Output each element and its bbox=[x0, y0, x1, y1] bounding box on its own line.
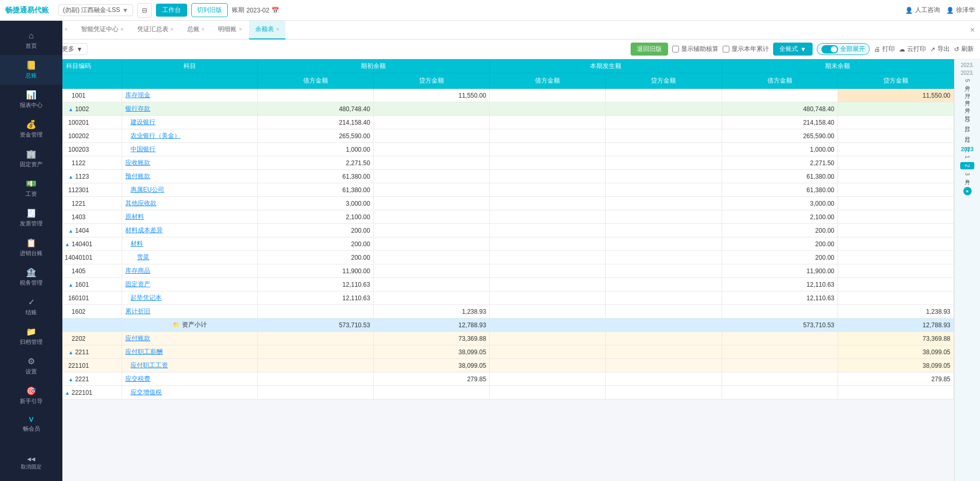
eb-debit-cell: 573,710.53 bbox=[722, 318, 838, 332]
table-row: 18📁 资产小计573,710.5312,788.93573,710.5312,… bbox=[1, 318, 954, 332]
switch-version-button[interactable]: 切到旧版 bbox=[191, 3, 228, 17]
subject-name[interactable]: 银行存款 bbox=[122, 102, 257, 116]
tab-detail-ledger[interactable]: 明细账 × bbox=[212, 21, 248, 39]
subject-name[interactable]: 建设银行 bbox=[122, 116, 257, 129]
subject-name[interactable]: 累计折旧 bbox=[122, 305, 257, 318]
show-aux-checkbox[interactable] bbox=[672, 46, 679, 52]
right-panel-dot[interactable]: ● bbox=[963, 187, 972, 195]
month-feb-active[interactable]: 2月 bbox=[960, 162, 974, 169]
ob-debit-cell bbox=[257, 332, 373, 345]
sidebar-item-assets[interactable]: 🏢 固定资产 bbox=[0, 144, 62, 173]
sidebar-item-settle[interactable]: ✓ 结账 bbox=[0, 292, 62, 322]
sidebar-item-member[interactable]: V 畅会员 bbox=[0, 410, 62, 438]
tab-smart-voucher[interactable]: 智能凭证中心 × bbox=[75, 21, 130, 39]
workbench-button[interactable]: 工作台 bbox=[156, 4, 187, 17]
month-oct[interactable]: 10月 bbox=[963, 114, 971, 124]
sidebar-item-archive[interactable]: 📁 归档管理 bbox=[0, 322, 62, 351]
subject-name[interactable]: 固定资产 bbox=[122, 278, 257, 291]
sidebar-item-guide[interactable]: 🎯 新手引导 bbox=[0, 381, 62, 410]
subject-name[interactable]: 其他应收款 bbox=[122, 197, 257, 210]
subject-name[interactable]: 预付账款 bbox=[122, 170, 257, 183]
subject-name[interactable]: 应收账款 bbox=[122, 156, 257, 170]
full-mode-button[interactable]: 全账式 ▼ bbox=[773, 43, 813, 56]
curr-credit-cell bbox=[606, 318, 722, 332]
tab-balance-sheet[interactable]: 余额表 × bbox=[249, 21, 285, 39]
month-jun[interactable]: 6月 bbox=[963, 84, 971, 91]
sidebar-item-ledger[interactable]: 📒 总账 bbox=[0, 55, 62, 85]
refresh-button[interactable]: ↺ 刷新 bbox=[954, 45, 974, 54]
sidebar-label-ledger: 总账 bbox=[25, 72, 37, 79]
table-row: 5100203中国银行1,000.001,000.00 bbox=[1, 143, 954, 156]
tab-bar-end: × bbox=[970, 25, 975, 35]
print-button[interactable]: 🖨 打印 bbox=[874, 45, 895, 54]
sidebar-item-tax[interactable]: 🏦 税务管理 bbox=[0, 262, 62, 292]
tab-ledger-close[interactable]: × bbox=[202, 26, 205, 32]
month-sep[interactable]: 9月 bbox=[963, 106, 971, 114]
consult-area[interactable]: 👤 人工咨询 bbox=[905, 6, 940, 15]
tab-balance-sheet-close[interactable]: × bbox=[276, 26, 279, 32]
sidebar-item-home[interactable]: ⌂ 首页 bbox=[0, 26, 62, 55]
subject-name[interactable]: 库存商品 bbox=[122, 264, 257, 278]
calendar-icon[interactable]: 📅 bbox=[271, 7, 279, 14]
unpin-button[interactable]: ◀◀ 取消固定 bbox=[0, 451, 62, 476]
subject-name[interactable]: 应交税费 bbox=[122, 372, 257, 386]
show-annual-checkbox-group[interactable]: 显示本年累计 bbox=[723, 45, 769, 54]
show-aux-checkbox-group[interactable]: 显示辅助核算 bbox=[672, 45, 718, 54]
subject-name[interactable]: 惠属EU公司 bbox=[122, 183, 257, 197]
month-mar[interactable]: 3月 bbox=[963, 170, 971, 178]
purchase-icon: 📋 bbox=[26, 238, 36, 248]
tab-ledger[interactable]: 总账 × bbox=[181, 21, 211, 39]
curr-debit-cell bbox=[490, 278, 606, 291]
month-jan[interactable]: 1月 bbox=[963, 153, 971, 161]
close-all-tabs-button[interactable]: × bbox=[970, 25, 975, 35]
subject-name[interactable]: 应付职工薪酬 bbox=[122, 345, 257, 359]
tab-new-voucher-close[interactable]: × bbox=[64, 26, 68, 32]
page-content: 全部 ▶ 展开更多 ▼ 退回旧版 显示辅助核算 显示本年累计 bbox=[0, 39, 980, 481]
copy-icon[interactable]: ⊟ bbox=[137, 3, 152, 18]
tab-detail-ledger-close[interactable]: × bbox=[239, 26, 242, 32]
cloud-print-button[interactable]: ☁ 云打印 bbox=[899, 45, 926, 54]
guide-icon: 🎯 bbox=[26, 386, 36, 396]
show-annual-checkbox[interactable] bbox=[723, 46, 729, 52]
month-may[interactable]: 5月 bbox=[963, 77, 971, 84]
export-button[interactable]: ↗ 导出 bbox=[930, 45, 950, 54]
user-area[interactable]: 👤 徐泽华 bbox=[946, 6, 975, 15]
month-apr[interactable]: 4月 bbox=[963, 178, 971, 185]
month-nov[interactable]: 11月 bbox=[963, 124, 971, 135]
curr-credit-cell bbox=[606, 129, 722, 143]
full-mode-dropdown-icon: ▼ bbox=[800, 46, 806, 53]
sidebar-item-report[interactable]: 📊 报表中心 bbox=[0, 85, 62, 114]
month-dec[interactable]: 12月 bbox=[963, 135, 971, 145]
tab-voucher-summary-close[interactable]: × bbox=[171, 26, 174, 32]
report-icon: 📊 bbox=[26, 90, 36, 100]
subject-name[interactable]: 库存现金 bbox=[122, 89, 257, 102]
month-aug[interactable]: 8月 bbox=[963, 99, 971, 106]
sidebar-label-purchase: 进销台账 bbox=[20, 249, 43, 257]
subject-name[interactable]: 原材料 bbox=[122, 210, 257, 224]
sidebar-item-salary[interactable]: 💵 工资 bbox=[0, 173, 62, 203]
month-jul[interactable]: 7月 bbox=[963, 91, 971, 99]
subject-name[interactable]: 材料 bbox=[122, 237, 257, 251]
subject-name[interactable]: 农业银行（美金） bbox=[122, 129, 257, 143]
subject-name[interactable]: 应付账款 bbox=[122, 332, 257, 345]
sidebar-item-purchase[interactable]: 📋 进销台账 bbox=[0, 233, 62, 262]
sidebar-item-capital[interactable]: 💰 资金管理 bbox=[0, 114, 62, 144]
unpin-icon: ◀◀ bbox=[27, 456, 35, 462]
sidebar-item-settings[interactable]: ⚙ 设置 bbox=[0, 351, 62, 381]
tab-voucher-summary[interactable]: 凭证汇总表 × bbox=[131, 21, 180, 39]
subject-name[interactable]: 应交增值税 bbox=[122, 386, 257, 399]
company-selector[interactable]: (勿副) 江西融金-LSS ▼ bbox=[58, 4, 133, 16]
back-old-version-button[interactable]: 退回旧版 bbox=[631, 43, 668, 56]
subject-name[interactable]: 起垫凭记本 bbox=[122, 291, 257, 305]
tab-smart-voucher-close[interactable]: × bbox=[121, 26, 124, 32]
expand-all-toggle[interactable]: 全部展开 bbox=[817, 43, 870, 55]
eb-credit-cell: 1,238.93 bbox=[838, 305, 953, 318]
curr-debit-cell bbox=[490, 116, 606, 129]
subject-name[interactable]: 应付职工工资 bbox=[122, 359, 257, 372]
subject-name[interactable]: 材料成本差异 bbox=[122, 224, 257, 237]
subject-name[interactable]: 中国银行 bbox=[122, 143, 257, 156]
sidebar-item-invoice[interactable]: 🧾 发票管理 bbox=[0, 203, 62, 233]
subject-name[interactable]: 雪菜 bbox=[122, 251, 257, 264]
table-row: 11001库存现金11,550.0011,550.00 bbox=[1, 89, 954, 102]
table-row: 61122应收账款2,271.502,271.50 bbox=[1, 156, 954, 170]
